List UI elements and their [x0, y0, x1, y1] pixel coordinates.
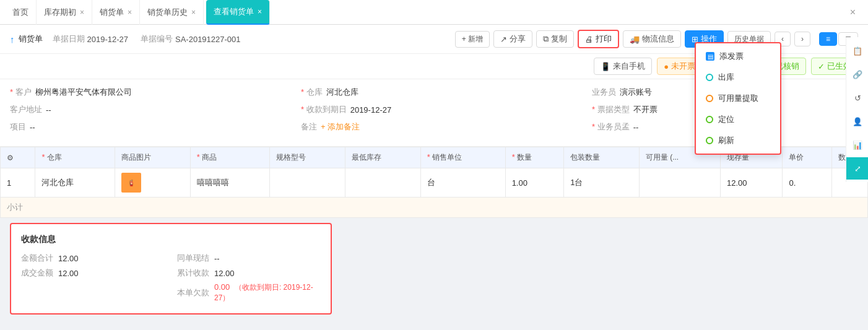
tab-inventory[interactable]: 库存期初 ×	[37, 0, 92, 25]
sidebar-link-button[interactable]: 🔗	[846, 63, 868, 85]
balance-label: 本单欠款	[177, 287, 209, 298]
total-amount-value: 12.00	[58, 254, 79, 263]
doc-date-value: 2019-12-27	[87, 35, 129, 44]
outbound-label: 出库	[718, 72, 734, 83]
col-pack-qty: 包装数量	[564, 147, 640, 168]
next-button[interactable]: ›	[794, 32, 810, 46]
doc-number-field: 单据编号 SA-20191227-001	[141, 33, 241, 45]
mobile-button[interactable]: 📱 来自手机	[594, 58, 652, 75]
tab-view-sales-close[interactable]: ×	[258, 7, 262, 16]
sidebar-copy-button[interactable]: 📋	[846, 40, 868, 62]
toolbar: + 新增 ↗ 分享 ⧉ 复制 🖨 打印 🚚 物流信息 ⊞ 操作 历史单据 ‹ ›…	[455, 30, 858, 48]
address-label: 客户地址	[10, 104, 42, 115]
tab-view-sales-label: 查看销货单	[214, 6, 254, 17]
tab-sales-close[interactable]: ×	[128, 8, 132, 17]
col-unit: * 销售单位	[420, 147, 505, 168]
tab-home[interactable]: 首页	[5, 0, 37, 25]
cell-unit: 台	[420, 168, 505, 198]
warehouse-value: 河北仓库	[326, 87, 358, 98]
sidebar-user-icon: 👤	[853, 117, 862, 126]
print-label: 打印	[596, 33, 612, 45]
customer-label: 客户	[10, 87, 32, 98]
cumulative-label: 累计收款	[177, 267, 209, 279]
dropdown-outbound[interactable]: 出库	[696, 67, 780, 88]
doc-number-label: 单据编号	[141, 33, 173, 45]
cell-spec	[270, 168, 345, 198]
same-settle-label: 同单现结	[177, 253, 209, 264]
tab-sales-label: 销货单	[100, 7, 124, 18]
doc-type-icon: ↑	[10, 34, 15, 45]
warehouse-label: 仓库	[301, 87, 323, 98]
tab-sales[interactable]: 销货单 ×	[92, 0, 140, 25]
share-label: 分享	[510, 33, 526, 45]
cell-index: 1	[1, 168, 35, 198]
due-date-label: 收款到期日	[301, 104, 347, 115]
balance-amount: 0.00	[214, 282, 230, 292]
doc-title: ↑ 销货单	[10, 33, 43, 45]
dropdown-add-invoice[interactable]: ▤ 添发票	[696, 46, 780, 67]
doc-date-field: 单据日期 2019-12-27	[53, 33, 129, 45]
dropdown-refresh[interactable]: 刷新	[696, 130, 780, 151]
copy-button[interactable]: ⧉ 复制	[536, 30, 574, 48]
cell-stock: 12.00	[720, 168, 782, 198]
mobile-icon: 📱	[601, 62, 610, 71]
tab-sales-history-label: 销货单历史	[147, 7, 188, 18]
share-icon: ↗	[500, 35, 507, 44]
new-button[interactable]: + 新增	[455, 31, 490, 48]
col-image: 商品图片	[115, 147, 191, 168]
available-extract-icon	[706, 95, 713, 102]
tab-sales-history[interactable]: 销货单历史 ×	[140, 0, 204, 25]
cell-min-stock	[345, 168, 421, 198]
locate-icon	[706, 116, 713, 123]
doc-type-label: 销货单	[19, 33, 43, 45]
right-sidebar: 📋 🔗 ↺ 👤 📊 ⤢	[846, 37, 868, 182]
sidebar-expand-icon: ⤢	[854, 164, 861, 173]
staff2-value: --	[633, 123, 639, 132]
tab-home-label: 首页	[12, 7, 28, 18]
customer-value: 柳州粤港平安气体有限公司	[35, 87, 132, 98]
project-value: --	[30, 123, 35, 132]
tab-sales-history-close[interactable]: ×	[191, 8, 196, 17]
cell-image: 🧯	[115, 168, 191, 198]
warehouse-field: 仓库 河北仓库	[301, 87, 567, 98]
tab-inventory-close[interactable]: ×	[80, 8, 84, 17]
cell-qty: 1.00	[505, 168, 564, 198]
logistics-button[interactable]: 🚚 物流信息	[623, 30, 681, 48]
cumulative-row: 累计收款 12.00	[177, 267, 321, 279]
print-icon: 🖨	[585, 35, 593, 44]
sales-table: ⚙ * 仓库 商品图片 * 商品 规格型号 最低库存 * 销售单位 * 数量 包…	[0, 147, 868, 218]
total-amount-label: 金额合计	[21, 253, 53, 264]
view-list-button[interactable]: ≡	[819, 32, 837, 46]
staff-label: 业务员	[592, 87, 616, 98]
window-close-button[interactable]: ×	[843, 7, 863, 18]
add-note-button[interactable]: 添加备注	[321, 121, 360, 132]
not-open-label: 未开票	[671, 61, 695, 72]
sidebar-link-icon: 🔗	[853, 70, 862, 79]
due-date-value: 2019-12-27	[350, 105, 392, 115]
sidebar-user-button[interactable]: 👤	[846, 110, 868, 132]
customer-field: 客户 柳州粤港平安气体有限公司	[10, 87, 276, 98]
staff-value: 演示账号	[620, 87, 652, 98]
cumulative-value: 12.00	[214, 269, 235, 278]
dropdown-locate[interactable]: 定位	[696, 109, 780, 130]
share-button[interactable]: ↗ 分享	[493, 30, 532, 48]
table-wrapper: ⚙ * 仓库 商品图片 * 商品 规格型号 最低库存 * 销售单位 * 数量 包…	[0, 146, 868, 218]
doc-date-label: 单据日期	[53, 33, 85, 45]
operation-dropdown: ▤ 添发票 出库 可用量提取 定位 刷新	[695, 42, 781, 155]
refresh-label: 刷新	[718, 135, 734, 146]
sidebar-refresh-button[interactable]: ↺	[846, 87, 868, 109]
ticket-type-value: 不开票	[633, 104, 658, 115]
effective-icon: ✓	[818, 62, 825, 71]
due-date-field: 收款到期日 2019-12-27	[301, 104, 567, 115]
sidebar-chart-button[interactable]: 📊	[846, 134, 868, 156]
mobile-label: 来自手机	[613, 61, 645, 72]
print-button[interactable]: 🖨 打印	[578, 30, 619, 48]
deal-amount-value: 12.00	[58, 269, 79, 278]
sidebar-expand-button[interactable]: ⤢	[846, 157, 868, 180]
col-settings[interactable]: ⚙	[1, 147, 35, 168]
dropdown-available-extract[interactable]: 可用量提取	[696, 88, 780, 109]
tab-view-sales[interactable]: 查看销货单 ×	[206, 0, 270, 25]
locate-label: 定位	[718, 114, 734, 125]
col-min-stock: 最低库存	[345, 147, 421, 168]
col-product: * 商品	[190, 147, 270, 168]
